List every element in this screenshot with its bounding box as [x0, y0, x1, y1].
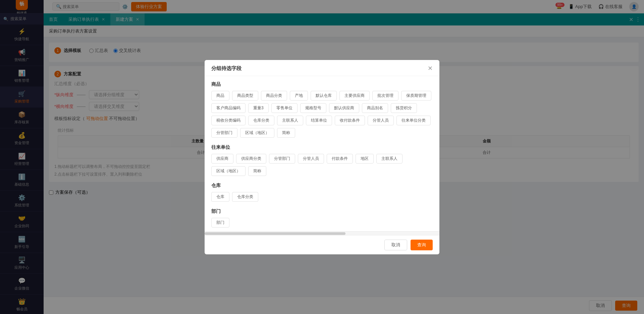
field-chip[interactable]: 主联系人 [376, 154, 402, 164]
field-chip[interactable]: 默认仓库 [311, 91, 337, 101]
field-chip[interactable]: 规格型号 [300, 103, 326, 113]
field-chip[interactable]: 商品 [211, 91, 229, 101]
field-chip[interactable]: 主要供应商 [339, 91, 370, 101]
field-chip[interactable]: 供应商 [211, 154, 233, 164]
modal-close-btn[interactable]: ✕ [428, 65, 433, 71]
modal-confirm-btn[interactable]: 查询 [411, 240, 433, 250]
field-chip[interactable]: 部门 [211, 218, 229, 228]
modal-header: 分组待选字段 ✕ [205, 60, 439, 76]
field-chips-warehouse: 仓库 仓库分类 [211, 192, 433, 202]
field-group-counterpart: 往来单位 供应商 供应商分类 分管部门 分管人员 付款条件 地区 主联系人 区域… [211, 144, 433, 176]
field-chips-dept: 部门 [211, 218, 433, 228]
field-group-counterpart-title: 往来单位 [211, 144, 433, 150]
field-chips-counterpart: 供应商 供应商分类 分管部门 分管人员 付款条件 地区 主联系人 区域（地区） … [211, 154, 433, 176]
field-chip[interactable]: 默认供应商 [329, 103, 359, 113]
field-group-goods: 商品 商品 商品类型 商品分类 产地 默认仓库 主要供应商 批次管理 保质期管理… [211, 81, 433, 138]
modal-hscroll-thumb [205, 232, 345, 235]
field-chip[interactable]: 零售单位 [271, 103, 298, 113]
field-chip[interactable]: 简称 [277, 128, 295, 138]
field-chips-goods: 商品 商品类型 商品分类 产地 默认仓库 主要供应商 批次管理 保质期管理 客户… [211, 91, 433, 138]
field-chip[interactable]: 商品分类 [261, 91, 287, 101]
field-group-goods-title: 商品 [211, 81, 433, 87]
field-chip[interactable]: 商品别名 [362, 103, 388, 113]
field-select-modal: 分组待选字段 ✕ 商品 商品 商品类型 商品分类 产地 默认仓库 主要供应商 批… [205, 60, 439, 254]
field-chip[interactable]: 地区 [356, 154, 374, 164]
field-group-warehouse-title: 仓库 [211, 183, 433, 189]
field-chip[interactable]: 客户商品编码 [211, 103, 246, 113]
field-chip[interactable]: 结算单位 [306, 116, 332, 125]
field-group-dept-title: 部门 [211, 208, 433, 214]
modal-body[interactable]: 商品 商品 商品类型 商品分类 产地 默认仓库 主要供应商 批次管理 保质期管理… [205, 76, 439, 231]
field-chip[interactable]: 主联系人 [277, 116, 303, 125]
field-chip[interactable]: 仓库 [211, 192, 229, 202]
field-chip[interactable]: 保质期管理 [401, 91, 431, 101]
field-chip[interactable]: 简称 [248, 166, 266, 176]
field-chip[interactable]: 区域（地区） [211, 166, 246, 176]
field-chip[interactable]: 分管部门 [211, 128, 237, 138]
field-chip[interactable]: 仓库分类 [248, 116, 274, 125]
field-chip[interactable]: 收付款条件 [335, 116, 365, 125]
modal-footer: 取消 查询 [205, 235, 439, 254]
modal-cancel-btn[interactable]: 取消 [384, 240, 407, 250]
modal-horizontal-scrollbar[interactable] [205, 231, 439, 235]
field-chip[interactable]: 往来单位分类 [396, 116, 431, 125]
modal-overlay: 分组待选字段 ✕ 商品 商品 商品类型 商品分类 产地 默认仓库 主要供应商 批… [0, 0, 644, 314]
field-chip[interactable]: 商品类型 [232, 91, 258, 101]
field-chip[interactable]: 批次管理 [372, 91, 398, 101]
field-chip[interactable]: 分管人员 [298, 154, 324, 164]
field-chip[interactable]: 区域（地区） [240, 128, 274, 138]
field-chip[interactable]: 税收分类编码 [211, 116, 246, 125]
field-chip[interactable]: 供应商分类 [236, 154, 266, 164]
field-chip[interactable]: 仓库分类 [232, 192, 258, 202]
modal-title: 分组待选字段 [211, 65, 241, 72]
field-chip[interactable]: 拣货积分 [391, 103, 417, 113]
field-chip[interactable]: 重量3 [248, 103, 269, 113]
field-chip[interactable]: 分管人员 [368, 116, 394, 125]
field-group-dept: 部门 部门 [211, 208, 433, 228]
field-chip[interactable]: 付款条件 [327, 154, 353, 164]
field-group-warehouse: 仓库 仓库 仓库分类 [211, 183, 433, 202]
field-chip[interactable]: 分管部门 [269, 154, 295, 164]
field-chip[interactable]: 产地 [290, 91, 308, 101]
